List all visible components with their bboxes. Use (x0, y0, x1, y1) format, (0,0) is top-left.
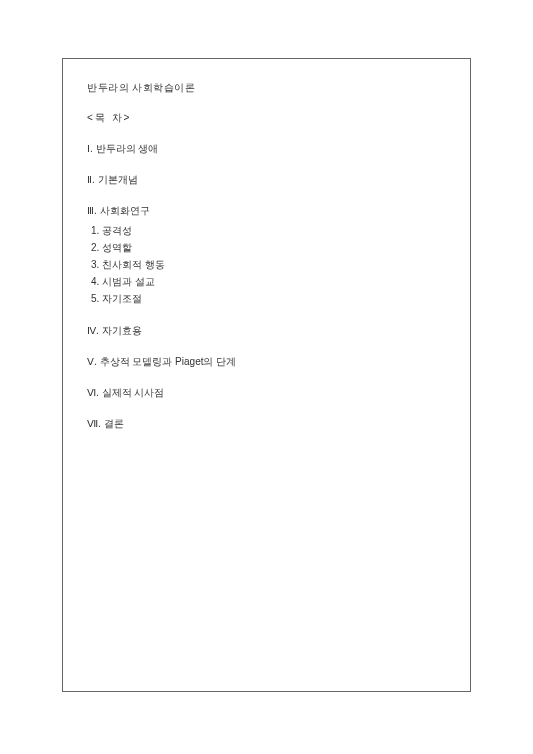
toc-subsection: 5. 자기조절 (91, 290, 446, 307)
toc-subsection: 4. 시범과 설교 (91, 273, 446, 290)
toc-section-2: Ⅱ. 기본개념 (87, 172, 446, 187)
document-page: 반두라의 사회학습이론 <목 차> Ⅰ. 반두라의 생애 Ⅱ. 기본개념 Ⅲ. … (62, 58, 471, 692)
toc-section-7: Ⅶ. 결론 (87, 416, 446, 431)
toc-section-5: Ⅴ. 추상적 모델링과 Piaget의 단계 (87, 354, 446, 369)
toc-header: <목 차> (87, 111, 446, 125)
toc-subsection: 1. 공격성 (91, 222, 446, 239)
toc-section-1: Ⅰ. 반두라의 생애 (87, 141, 446, 156)
toc-section-4: Ⅳ. 자기효용 (87, 323, 446, 338)
toc-section-6: Ⅵ. 실제적 시사점 (87, 385, 446, 400)
document-title: 반두라의 사회학습이론 (87, 81, 446, 95)
toc-section-3-group: Ⅲ. 사회화연구 1. 공격성 2. 성역할 3. 친사회적 행동 4. 시범과… (87, 203, 446, 307)
toc-subsection: 3. 친사회적 행동 (91, 256, 446, 273)
toc-section-3: Ⅲ. 사회화연구 (87, 203, 446, 218)
toc-subsection: 2. 성역할 (91, 239, 446, 256)
